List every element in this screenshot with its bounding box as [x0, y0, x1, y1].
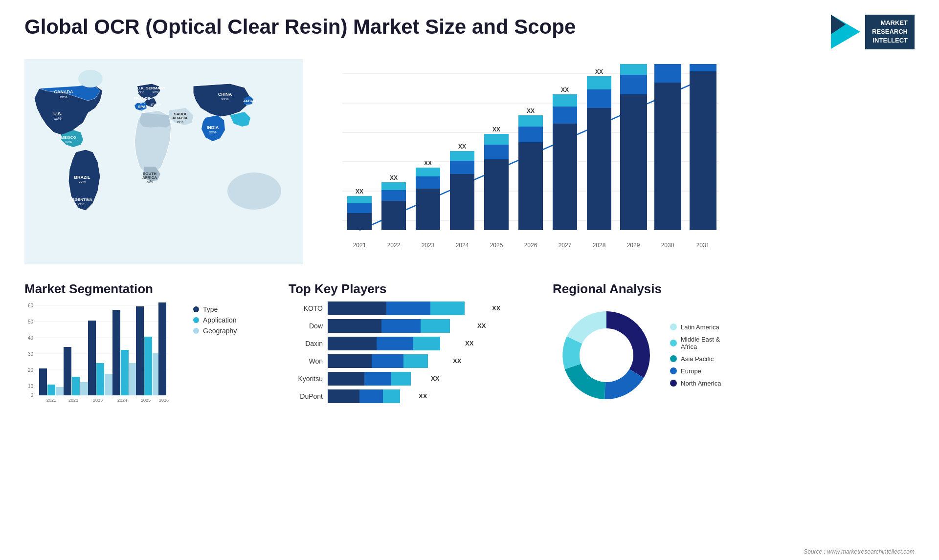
- svg-rect-121: [96, 363, 104, 395]
- player-bar-daxin: [328, 337, 457, 350]
- svg-rect-87: [620, 64, 647, 75]
- players-section: Top Key Players KOTO XX: [289, 281, 543, 409]
- players-title: Top Key Players: [289, 281, 543, 297]
- north-america-dot: [670, 380, 677, 387]
- svg-point-134: [580, 328, 633, 382]
- svg-rect-90: [654, 83, 681, 230]
- europe-dot: [670, 367, 677, 374]
- svg-rect-72: [518, 115, 543, 127]
- donut-chart-svg: [553, 302, 660, 409]
- page-title: Global OCR (Optical Clear Resin) Market …: [24, 15, 576, 39]
- geography-dot: [193, 328, 199, 334]
- svg-rect-85: [620, 94, 647, 230]
- logo-triangle-icon: [831, 15, 860, 49]
- svg-rect-77: [553, 94, 577, 107]
- svg-text:xx%: xx%: [60, 95, 67, 99]
- logo-text: MARKET RESEARCH INTELLECT: [865, 15, 915, 49]
- player-dupont: DuPont XX: [289, 389, 543, 403]
- player-label-kyoritsu: XX: [431, 375, 439, 382]
- legend-asia-pacific: Asia Pacific: [670, 355, 721, 363]
- svg-rect-120: [88, 321, 96, 395]
- svg-text:2022: 2022: [68, 398, 78, 403]
- main-grid: CANADA xx% U.S. xx% MEXICO xx% BRAZIL xx…: [24, 59, 915, 409]
- svg-text:xx%: xx%: [146, 180, 153, 183]
- player-name-won: Won: [289, 357, 323, 365]
- middle-east-label: Middle East &Africa: [681, 336, 720, 350]
- map-section: CANADA xx% U.S. xx% MEXICO xx% BRAZIL xx…: [24, 59, 308, 269]
- svg-rect-80: [587, 108, 611, 230]
- svg-text:GERMANY: GERMANY: [146, 86, 166, 90]
- svg-rect-114: [56, 387, 64, 395]
- legend-application: Application: [193, 316, 237, 324]
- svg-text:XX: XX: [561, 86, 569, 93]
- svg-rect-45: [347, 213, 372, 230]
- svg-text:2023: 2023: [422, 242, 435, 249]
- svg-text:2021: 2021: [353, 242, 366, 249]
- svg-text:2030: 2030: [661, 242, 674, 249]
- svg-text:2027: 2027: [559, 242, 572, 249]
- svg-rect-61: [450, 161, 474, 174]
- svg-rect-81: [587, 89, 611, 108]
- svg-text:xx%: xx%: [137, 90, 144, 94]
- player-bar-won: [328, 354, 445, 368]
- player-daxin: Daxin XX: [289, 337, 543, 350]
- player-label-dow: XX: [477, 322, 486, 329]
- type-dot: [193, 306, 199, 312]
- geography-label: Geography: [203, 327, 237, 335]
- bottom-grid: Market Segmentation 60 50 40 30 20 10 0: [24, 281, 915, 409]
- regional-title: Regional Analysis: [553, 281, 915, 297]
- svg-rect-122: [105, 374, 112, 395]
- svg-rect-125: [121, 350, 129, 395]
- svg-text:2024: 2024: [117, 398, 127, 403]
- svg-text:XX: XX: [492, 126, 500, 133]
- source-text: Source : www.marketresearchintellect.com: [804, 548, 915, 555]
- svg-text:10: 10: [28, 384, 34, 389]
- world-map: CANADA xx% U.S. xx% MEXICO xx% BRAZIL xx…: [24, 59, 308, 264]
- legend-middle-east-africa: Middle East &Africa: [670, 336, 721, 350]
- svg-text:2025: 2025: [141, 398, 151, 403]
- svg-text:xx%: xx%: [246, 103, 252, 107]
- svg-text:U.K.: U.K.: [137, 86, 145, 90]
- svg-text:xx%: xx%: [221, 97, 228, 101]
- svg-text:2025: 2025: [490, 242, 503, 249]
- latin-america-label: Latin America: [681, 323, 719, 331]
- svg-text:XX: XX: [595, 68, 603, 75]
- svg-rect-94: [690, 71, 716, 230]
- svg-rect-46: [347, 203, 372, 213]
- svg-text:xx%: xx%: [77, 202, 84, 206]
- middle-east-dot: [670, 340, 677, 346]
- svg-text:30: 30: [28, 351, 34, 357]
- svg-rect-62: [450, 151, 474, 161]
- svg-rect-113: [47, 385, 55, 395]
- svg-text:2024: 2024: [456, 242, 469, 249]
- svg-text:2026: 2026: [159, 398, 169, 403]
- player-label-dupont: XX: [419, 392, 427, 400]
- svg-text:XX: XX: [390, 174, 398, 181]
- svg-rect-132: [158, 302, 166, 395]
- player-kyoritsu: Kyoritsu XX: [289, 372, 543, 386]
- svg-text:CANADA: CANADA: [54, 89, 73, 94]
- player-label-koto: XX: [492, 304, 500, 312]
- svg-text:AFRICA: AFRICA: [142, 175, 157, 180]
- svg-text:2031: 2031: [696, 242, 710, 249]
- svg-rect-55: [416, 189, 440, 230]
- player-label-won: XX: [453, 357, 461, 365]
- player-name-kyoritsu: Kyoritsu: [289, 375, 323, 383]
- svg-point-4: [227, 172, 281, 210]
- svg-rect-66: [484, 145, 509, 159]
- svg-text:XX: XX: [527, 108, 535, 114]
- player-bar-kyoritsu: [328, 372, 423, 386]
- player-bar-koto: [328, 302, 484, 315]
- svg-text:XX: XX: [424, 160, 432, 167]
- svg-rect-50: [381, 201, 406, 230]
- svg-text:ARABIA: ARABIA: [172, 116, 187, 120]
- application-label: Application: [203, 316, 237, 324]
- svg-text:xx%: xx%: [138, 101, 145, 104]
- player-bar-dupont: [328, 389, 411, 403]
- svg-text:JAPAN: JAPAN: [243, 99, 256, 103]
- regional-legend: Latin America Middle East &Africa Asia P…: [670, 323, 721, 387]
- player-koto: KOTO XX: [289, 302, 543, 315]
- player-name-koto: KOTO: [289, 304, 323, 312]
- svg-text:CHINA: CHINA: [218, 92, 232, 97]
- svg-text:ARGENTINA: ARGENTINA: [69, 197, 92, 202]
